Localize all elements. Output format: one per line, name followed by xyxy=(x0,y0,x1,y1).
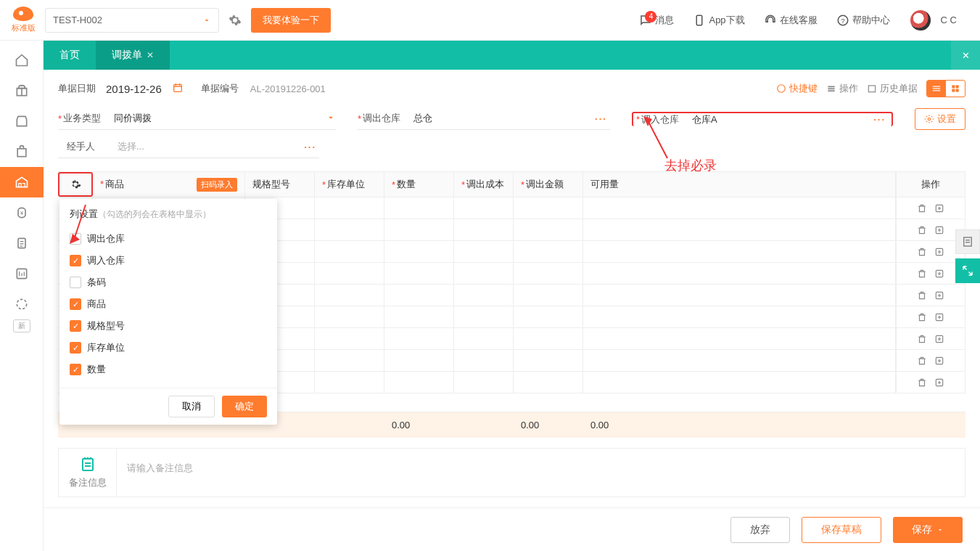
org-selector[interactable]: TEST-H002 xyxy=(45,8,219,33)
delete-icon[interactable] xyxy=(917,312,927,322)
column-settings-button[interactable] xyxy=(58,172,93,197)
in-warehouse-field[interactable]: *调入仓库 仓库A ··· xyxy=(632,112,893,126)
add-row-icon[interactable] xyxy=(934,247,944,257)
nav-clipboard[interactable] xyxy=(0,228,44,258)
add-row-icon[interactable] xyxy=(934,312,944,322)
tab-transfer-order[interactable]: 调拨单 ✕ xyxy=(96,41,170,70)
out-warehouse-field[interactable]: *调出仓库 总仓 ··· xyxy=(358,107,610,130)
settings-gear-icon[interactable] xyxy=(226,12,244,29)
more-icon[interactable]: ··· xyxy=(592,113,610,124)
nav-bag[interactable] xyxy=(0,136,44,167)
tab-home[interactable]: 首页 xyxy=(44,41,96,70)
checkbox[interactable] xyxy=(70,320,81,332)
nav-money[interactable]: ¥ xyxy=(0,197,44,228)
col-cancel-button[interactable]: 取消 xyxy=(168,396,215,417)
items-table: *商品扫码录入 规格型号 *库存单位 *数量 *调出成本 *调出金额 可用量 操… xyxy=(58,171,965,438)
delete-icon[interactable] xyxy=(917,356,927,366)
add-row-icon[interactable] xyxy=(934,377,944,388)
column-option[interactable]: 数量 xyxy=(70,359,267,380)
column-option-label: 库存单位 xyxy=(87,341,125,354)
column-option[interactable]: 单位2 xyxy=(70,380,267,385)
nav-gift[interactable] xyxy=(0,75,44,106)
col-ok-button[interactable]: 确定 xyxy=(222,396,267,417)
column-option[interactable]: 调入仓库 xyxy=(70,250,267,272)
shortcut-link[interactable]: 快捷键 xyxy=(776,82,818,95)
remark-block: 备注信息 请输入备注信息 xyxy=(58,448,965,497)
more-icon[interactable]: ··· xyxy=(870,114,889,125)
headset-icon xyxy=(764,14,777,27)
messages-link[interactable]: 4 消息 xyxy=(633,14,680,27)
checkbox[interactable] xyxy=(70,233,81,245)
column-option[interactable]: 规格型号 xyxy=(70,315,267,337)
app-download-link[interactable]: App下载 xyxy=(687,14,750,27)
history-link[interactable]: 历史单据 xyxy=(867,82,918,95)
delete-icon[interactable] xyxy=(917,225,927,235)
phone-icon xyxy=(693,14,706,27)
add-row-icon[interactable] xyxy=(934,356,944,366)
message-count-badge: 4 xyxy=(645,11,656,23)
tab-bar: 首页 调拨单 ✕ ✕ xyxy=(44,41,980,70)
checkbox[interactable] xyxy=(70,298,81,310)
delete-icon[interactable] xyxy=(917,247,927,257)
delete-icon[interactable] xyxy=(917,290,927,301)
column-option[interactable]: 库存单位 xyxy=(70,337,267,359)
help-center-link[interactable]: ? 帮助中心 xyxy=(831,14,896,27)
col-unit: *库存单位 xyxy=(315,172,384,197)
grid-view-toggle[interactable] xyxy=(946,81,965,97)
checkbox[interactable] xyxy=(70,255,81,266)
username: C C xyxy=(941,15,957,25)
add-row-icon[interactable] xyxy=(934,290,944,301)
user-avatar[interactable] xyxy=(910,10,931,30)
col-ops: 操作 xyxy=(896,172,965,197)
more-icon[interactable]: ··· xyxy=(301,142,319,152)
column-option[interactable]: 调出仓库 xyxy=(70,228,267,250)
customer-service-link[interactable]: 在线客服 xyxy=(758,14,823,27)
save-draft-button[interactable]: 保存草稿 xyxy=(802,517,881,543)
close-tab-icon[interactable]: ✕ xyxy=(147,50,154,60)
checkbox[interactable] xyxy=(70,277,81,288)
biz-type-field[interactable]: *业务类型 同价调拨 xyxy=(58,107,336,130)
total-out-amount: 0.00 xyxy=(514,420,583,430)
nav-shop[interactable] xyxy=(0,106,44,136)
nav-new[interactable]: 新 xyxy=(13,319,30,332)
column-option-label: 规格型号 xyxy=(87,319,125,332)
remark-input[interactable]: 请输入备注信息 xyxy=(117,449,965,497)
delete-icon[interactable] xyxy=(917,377,927,388)
nav-report[interactable] xyxy=(0,258,44,289)
float-expand-button[interactable] xyxy=(955,258,980,283)
try-experience-button[interactable]: 我要体验一下 xyxy=(251,8,331,33)
operations-link[interactable]: 操作 xyxy=(826,82,858,95)
column-option[interactable]: 条码 xyxy=(70,272,267,293)
delete-icon[interactable] xyxy=(917,203,927,213)
nav-warehouse[interactable] xyxy=(0,167,44,197)
list-view-toggle[interactable] xyxy=(927,81,946,97)
doc-header: 单据日期 2019-12-26 单据编号 AL-20191226-001 快捷键… xyxy=(58,80,965,97)
add-row-icon[interactable] xyxy=(934,225,944,235)
date-value[interactable]: 2019-12-26 xyxy=(103,81,165,97)
svg-text:¥: ¥ xyxy=(20,210,23,216)
column-option-label: 调入仓库 xyxy=(87,254,125,267)
nav-home[interactable] xyxy=(0,45,44,75)
sidebar: ¥ 新 xyxy=(0,41,44,551)
float-note-button[interactable] xyxy=(955,229,980,254)
column-option[interactable]: 商品 xyxy=(70,293,267,315)
close-all-tabs[interactable]: ✕ xyxy=(951,41,980,70)
svg-rect-11 xyxy=(828,86,834,88)
handler-field[interactable]: 经手人 选择... ··· xyxy=(58,136,319,158)
calendar-icon[interactable] xyxy=(172,82,184,96)
checkbox[interactable] xyxy=(70,364,81,375)
checkbox[interactable] xyxy=(70,342,81,354)
save-button[interactable]: 保存 xyxy=(893,517,963,543)
nav-sync[interactable] xyxy=(0,289,44,319)
scan-input-tag[interactable]: 扫码录入 xyxy=(197,178,237,192)
delete-icon[interactable] xyxy=(917,334,927,344)
add-row-icon[interactable] xyxy=(934,334,944,344)
col-settings-hint: （勾选的列会在表格中显示） xyxy=(98,209,211,219)
add-row-icon[interactable] xyxy=(934,203,944,213)
add-row-icon[interactable] xyxy=(934,269,944,279)
field-settings-button[interactable]: 设置 xyxy=(915,108,965,130)
svg-rect-15 xyxy=(933,86,941,87)
abandon-button[interactable]: 放弃 xyxy=(730,517,790,543)
delete-icon[interactable] xyxy=(917,269,927,279)
svg-rect-17 xyxy=(933,90,941,91)
